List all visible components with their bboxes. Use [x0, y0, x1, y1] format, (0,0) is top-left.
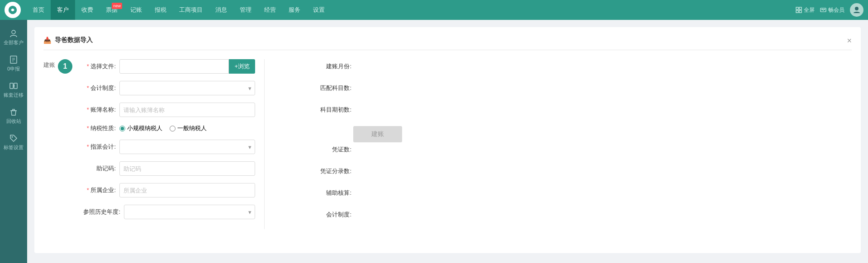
accounting-system-info-row: 会计制度: [310, 207, 446, 222]
nav-items: 首页 客户 收费 票据 new 记账 报税 工商项目 消息 管理 经营 [26, 0, 796, 20]
company-label: * 所属企业: [83, 186, 119, 194]
nav-fees[interactable]: 收费 [75, 0, 100, 20]
ledger-name-label: * 账簿名称: [83, 106, 119, 114]
nav-management[interactable]: 管理 [233, 0, 258, 20]
svg-rect-2 [796, 7, 798, 9]
history-year-select[interactable] [124, 205, 255, 219]
accounting-system-select[interactable] [119, 81, 255, 95]
dialog-header: 📥 导爸数据导入 [43, 36, 852, 50]
match-subjects-row: 匹配科目数: [310, 81, 446, 95]
svg-rect-4 [796, 10, 798, 13]
accountant-label: * 指派会计: [83, 143, 119, 151]
form-left: * 选择文件: +浏览 * 会计制度: [83, 59, 255, 229]
svg-rect-3 [799, 7, 802, 9]
accountant-select[interactable] [119, 140, 255, 154]
accountant-select-wrap [119, 140, 255, 154]
nav-operations[interactable]: 经营 [258, 0, 282, 20]
memo-row: 助记码: [83, 161, 255, 176]
tax-type-row: * 纳税性质: 小规模纳税人 一般纳税人 [83, 124, 255, 132]
close-button[interactable]: × [847, 36, 852, 46]
nav-invoices[interactable]: 票据 new [100, 0, 124, 20]
accounting-system-label: * 会计制度: [83, 84, 119, 92]
voucher-entries-row: 凭证分录数: [310, 164, 446, 178]
ledger-name-row: * 账簿名称: [83, 103, 255, 117]
nav-home[interactable]: 首页 [26, 0, 51, 20]
topnav-right: 全屏 畅会员 [796, 3, 863, 17]
sidebar-item-all-customers[interactable]: 全部客户 [0, 24, 27, 51]
ledger-name-input[interactable] [119, 103, 255, 117]
company-row: * 所属企业: [83, 183, 255, 197]
svg-point-8 [12, 30, 15, 34]
sidebar: 全部客户 0申报 账套迁移 回收站 标签设置 [0, 20, 27, 263]
build-month-row: 建账月份: [310, 59, 446, 74]
vouchers-row: 凭证数: [310, 142, 446, 157]
dialog-title: 📥 导爸数据导入 [43, 36, 93, 44]
build-account-button[interactable]: 建账 [353, 126, 402, 142]
memo-input[interactable] [119, 161, 255, 176]
vip-button[interactable]: 畅会员 [820, 6, 844, 14]
nav-messages[interactable]: 消息 [209, 0, 233, 20]
logo[interactable] [5, 2, 21, 18]
step-indicator: 建账 1 [43, 59, 72, 229]
small-taxpayer-radio[interactable]: 小规模纳税人 [119, 124, 162, 132]
history-year-select-wrap [124, 205, 255, 219]
aux-accounting-row: 辅助核算: [310, 186, 446, 200]
general-taxpayer-radio[interactable]: 一般纳税人 [170, 124, 207, 132]
tax-type-label: * 纳税性质: [83, 124, 119, 132]
nav-customers[interactable]: 客户 [51, 0, 75, 20]
history-year-row: 参照历史年度: [83, 205, 255, 219]
new-badge: new [112, 3, 122, 9]
nav-tax[interactable]: 报税 [148, 0, 173, 20]
form-right: 建账月份: 匹配科目数: 科目期初数: 建账 凭证数: 凭证分录数: [310, 59, 446, 229]
subjects-initial-row: 科目期初数: [310, 103, 446, 117]
svg-rect-10 [10, 83, 13, 89]
svg-point-7 [855, 7, 859, 10]
svg-rect-5 [799, 10, 802, 13]
main-content: 📥 导爸数据导入 × 建账 1 * 选择文件: +浏览 [27, 20, 868, 263]
fullscreen-button[interactable]: 全屏 [796, 6, 815, 14]
select-file-row: * 选择文件: +浏览 [83, 59, 255, 74]
user-avatar[interactable] [850, 3, 863, 17]
sidebar-item-migrate[interactable]: 账套迁移 [0, 77, 27, 103]
svg-point-12 [12, 136, 13, 138]
sidebar-item-recycle[interactable]: 回收站 [0, 103, 27, 129]
topnav: 首页 客户 收费 票据 new 记账 报税 工商项目 消息 管理 经营 [0, 0, 868, 20]
build-btn-area: 建账 [310, 126, 446, 142]
dialog: 📥 导爸数据导入 × 建账 1 * 选择文件: +浏览 [34, 27, 861, 253]
import-icon: 📥 [43, 37, 51, 44]
accounting-system-select-wrap [119, 81, 255, 95]
select-file-label: * 选择文件: [83, 62, 119, 70]
history-year-label: 参照历史年度: [83, 208, 124, 216]
sidebar-item-tags[interactable]: 标签设置 [0, 129, 27, 155]
browse-button[interactable]: +浏览 [229, 59, 255, 74]
separator [264, 59, 265, 229]
file-input-group: +浏览 [119, 59, 255, 74]
nav-settings[interactable]: 设置 [307, 0, 331, 20]
accountant-row: * 指派会计: [83, 140, 255, 154]
form-area: 建账 1 * 选择文件: +浏览 * 会计制度: [43, 59, 852, 229]
nav-bookkeeping[interactable]: 记账 [124, 0, 148, 20]
step-circle: 1 [58, 59, 72, 74]
nav-services[interactable]: 服务 [282, 0, 307, 20]
svg-point-1 [11, 9, 14, 11]
tax-type-radio-group: 小规模纳税人 一般纳税人 [119, 124, 255, 132]
file-input[interactable] [119, 59, 229, 74]
memo-label: 助记码: [83, 164, 119, 173]
sidebar-item-zero-report[interactable]: 0申报 [0, 51, 27, 77]
company-input[interactable] [119, 183, 255, 197]
nav-biz-projects[interactable]: 工商项目 [173, 0, 209, 20]
accounting-system-row: * 会计制度: [83, 81, 255, 95]
